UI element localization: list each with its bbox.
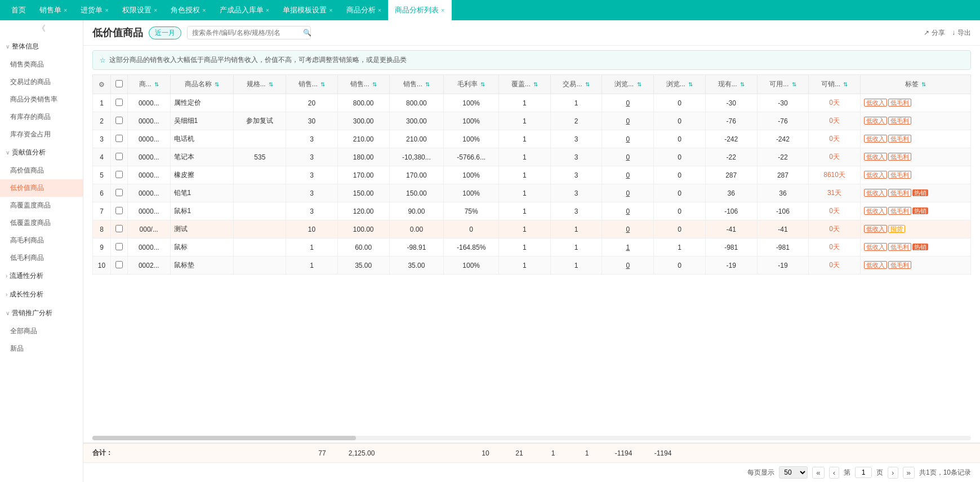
row-checkbox[interactable] bbox=[115, 261, 123, 268]
col-sales-amount: 销售... ⇅ bbox=[337, 75, 389, 94]
close-icon[interactable]: × bbox=[441, 7, 444, 14]
row-view1[interactable]: 1 bbox=[602, 238, 654, 257]
row-checkbox[interactable] bbox=[115, 153, 123, 160]
sidebar-item-traded-products[interactable]: 交易过的商品 bbox=[0, 73, 83, 91]
row-sales-qty: 1 bbox=[286, 257, 338, 275]
row-view2: 0 bbox=[654, 184, 706, 202]
row-coverage: 1 bbox=[499, 130, 551, 148]
next-page-btn[interactable]: › bbox=[888, 467, 898, 479]
sidebar-section-overview[interactable]: ∨整体信息 bbox=[0, 37, 83, 56]
close-icon[interactable]: × bbox=[154, 7, 157, 14]
row-checkbox[interactable] bbox=[115, 225, 123, 232]
close-icon[interactable]: × bbox=[378, 7, 381, 14]
row-num: 10 bbox=[93, 257, 111, 275]
total-current: -1194 bbox=[604, 449, 643, 457]
row-sales-amount: 170.00 bbox=[337, 166, 389, 184]
row-view1[interactable]: 0 bbox=[602, 130, 654, 148]
sidebar-item-new-products[interactable]: 新品 bbox=[0, 340, 83, 357]
close-icon[interactable]: × bbox=[329, 7, 332, 14]
time-tag-btn[interactable]: 近一月 bbox=[149, 26, 181, 39]
gear-icon[interactable]: ⚙ bbox=[99, 81, 105, 89]
sidebar-collapse-btn[interactable]: 《 bbox=[0, 20, 83, 37]
nav-product-analysis-list[interactable]: 商品分析列表 × bbox=[388, 0, 451, 20]
sidebar-item-category-sales[interactable]: 商品分类销售率 bbox=[0, 91, 83, 108]
row-view1[interactable]: 0 bbox=[602, 184, 654, 202]
prev-page-btn[interactable]: ‹ bbox=[829, 467, 839, 479]
checkbox-header bbox=[111, 75, 128, 94]
row-checkbox[interactable] bbox=[115, 243, 123, 250]
row-checkbox[interactable] bbox=[115, 117, 123, 124]
row-coverage: 1 bbox=[499, 257, 551, 275]
sidebar-item-low-coverage[interactable]: 低覆盖度商品 bbox=[0, 214, 83, 232]
row-current: -106 bbox=[705, 202, 757, 220]
sidebar-item-high-profit[interactable]: 高毛利商品 bbox=[0, 232, 83, 249]
page-size-select[interactable]: 50 100 200 bbox=[779, 466, 808, 479]
horizontal-scrollbar[interactable] bbox=[92, 436, 971, 440]
row-checkbox[interactable] bbox=[115, 189, 123, 196]
sort-icon: ⇅ bbox=[320, 81, 325, 87]
sidebar-section-circulation[interactable]: ›流通性分析 bbox=[0, 267, 83, 285]
nav-template[interactable]: 单据模板设置 × bbox=[276, 0, 339, 20]
sidebar-section-growth[interactable]: ›成长性分析 bbox=[0, 285, 83, 304]
row-sales-price: 0.00 bbox=[389, 220, 444, 238]
info-bar: ☆ 这部分商品的销售收入大幅低于商品平均销售收入，价值不高，可考虑调整营销策略，… bbox=[92, 50, 971, 70]
close-icon[interactable]: × bbox=[64, 7, 67, 14]
export-btn[interactable]: ↓ 导出 bbox=[952, 28, 971, 38]
row-view1[interactable]: 0 bbox=[602, 112, 654, 130]
row-name: 橡皮擦 bbox=[170, 166, 234, 184]
sidebar-item-high-value[interactable]: 高价值商品 bbox=[0, 162, 83, 179]
nav-permission[interactable]: 权限设置 × bbox=[115, 0, 164, 20]
row-sellable: 0天 bbox=[809, 257, 861, 275]
row-coverage: 1 bbox=[499, 220, 551, 238]
row-gross-rate: 0 bbox=[444, 220, 499, 238]
nav-home[interactable]: 首页 bbox=[5, 0, 33, 20]
sidebar-item-low-value[interactable]: 低价值商品 bbox=[0, 179, 83, 197]
sidebar-item-inventory-fund[interactable]: 库存资金占用 bbox=[0, 126, 83, 143]
row-view1[interactable]: 0 bbox=[602, 220, 654, 238]
last-page-btn[interactable]: » bbox=[903, 467, 915, 479]
row-coverage: 1 bbox=[499, 148, 551, 166]
row-view1[interactable]: 0 bbox=[602, 94, 654, 112]
page-input[interactable] bbox=[855, 467, 872, 478]
search-input[interactable] bbox=[187, 26, 311, 39]
sort-icon: ⇅ bbox=[688, 81, 693, 87]
table-row: 9 0000... 鼠标 1 60.00 -98.91 -164.85% 1 1… bbox=[93, 238, 971, 257]
sidebar-item-high-coverage[interactable]: 高覆盖度商品 bbox=[0, 197, 83, 214]
nav-role[interactable]: 角色授权 × bbox=[164, 0, 212, 20]
col-spec: 规格... ⇅ bbox=[234, 75, 286, 94]
first-page-btn[interactable]: « bbox=[812, 467, 824, 479]
row-code: 0000... bbox=[128, 130, 171, 148]
close-icon[interactable]: × bbox=[266, 7, 269, 14]
share-btn[interactable]: ↗ 分享 bbox=[924, 28, 945, 38]
row-gross-rate: 100% bbox=[444, 94, 499, 112]
close-icon[interactable]: × bbox=[202, 7, 206, 14]
nav-sales[interactable]: 销售单 × bbox=[33, 0, 74, 20]
nav-product-in[interactable]: 产成品入库单 × bbox=[213, 0, 276, 20]
sidebar-item-instock[interactable]: 有库存的商品 bbox=[0, 108, 83, 126]
row-tags: 低收入低毛利 bbox=[860, 148, 970, 166]
sort-icon: ⇅ bbox=[585, 81, 590, 87]
row-checkbox[interactable] bbox=[115, 99, 123, 106]
sidebar-section-marketing[interactable]: ∨营销推广分析 bbox=[0, 304, 83, 322]
row-view1[interactable]: 0 bbox=[602, 148, 654, 166]
row-checkbox[interactable] bbox=[115, 207, 123, 214]
row-code: 0002... bbox=[128, 257, 171, 275]
sidebar-item-low-profit[interactable]: 低毛利商品 bbox=[0, 249, 83, 267]
row-view1[interactable]: 0 bbox=[602, 257, 654, 275]
row-checkbox[interactable] bbox=[115, 171, 123, 178]
row-checkbox[interactable] bbox=[115, 135, 123, 142]
search-icon[interactable]: 🔍 bbox=[303, 29, 311, 37]
row-tags: 低收入低毛利热销 bbox=[860, 202, 970, 220]
close-icon[interactable]: × bbox=[105, 7, 108, 14]
row-view1[interactable]: 0 bbox=[602, 166, 654, 184]
select-all-checkbox[interactable] bbox=[115, 80, 123, 87]
gear-header[interactable]: ⚙ bbox=[93, 75, 111, 94]
nav-product-analysis[interactable]: 商品分析 × bbox=[340, 0, 388, 20]
sidebar-item-sales-products[interactable]: 销售类商品 bbox=[0, 56, 83, 73]
table-header-row: ⚙ 商... ⇅ 商品名称 ⇅ 规格... ⇅ 销售... ⇅ 销售... ⇅ … bbox=[93, 75, 971, 94]
sidebar-item-all-products[interactable]: 全部商品 bbox=[0, 322, 83, 340]
sidebar-section-contribution[interactable]: ∨贡献值分析 bbox=[0, 143, 83, 162]
row-view1[interactable]: 0 bbox=[602, 202, 654, 220]
scroll-thumb[interactable] bbox=[92, 436, 356, 440]
nav-purchase[interactable]: 进货单 × bbox=[74, 0, 115, 20]
